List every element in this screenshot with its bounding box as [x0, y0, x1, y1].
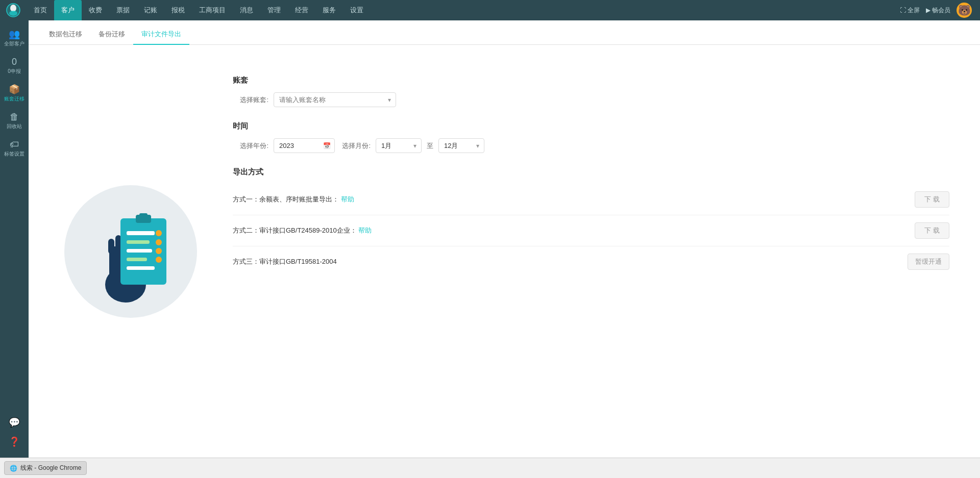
- export-method-3: 方式三：审计接口GB/T19581-2004 暂缓开通: [233, 246, 949, 277]
- message-bottom-icon: 💬: [9, 418, 20, 427]
- top-nav-right: ⛶ 全屏 ▶ 畅会员 🐻: [900, 3, 980, 18]
- sidebar-item-tag-settings[interactable]: 🏷 标签设置: [0, 135, 29, 162]
- nav-settings[interactable]: 设置: [343, 0, 371, 20]
- method2-help-link[interactable]: 帮助: [358, 227, 372, 234]
- svg-rect-16: [127, 258, 147, 261]
- method2-label: 方式二：审计接口GB/T24589-2010企业： 帮助: [233, 226, 915, 235]
- svg-point-19: [156, 239, 162, 245]
- year-label: 选择年份:: [233, 141, 268, 150]
- month-end-select[interactable]: 1月 2月 3月 4月 5月 6月 7月 8月 9月 10月 11月: [438, 138, 484, 153]
- nav-business[interactable]: 工商项目: [192, 0, 233, 20]
- account-migrate-icon: 📦: [9, 85, 20, 94]
- nav-home[interactable]: 首页: [27, 0, 54, 20]
- svg-point-2: [9, 11, 17, 16]
- method1-download-button[interactable]: 下 载: [915, 191, 949, 208]
- left-sidebar: 👥 全部客户 0 0申报 📦 账套迁移 🗑 回收站 🏷 标签设置 💬 ❓: [0, 20, 29, 458]
- svg-point-20: [156, 248, 162, 254]
- all-clients-icon: 👥: [9, 30, 20, 39]
- svg-point-21: [156, 257, 162, 263]
- fullscreen-button[interactable]: ⛶ 全屏: [900, 6, 920, 15]
- time-section-title: 时间: [233, 121, 949, 131]
- time-row: 选择年份: 📅 选择月份: 1月 2月 3月 4月: [233, 138, 949, 153]
- account-section-title: 账套: [233, 76, 949, 85]
- chrome-icon: 🌐: [10, 465, 17, 472]
- content-area: 数据包迁移 备份迁移 审计文件导出: [29, 20, 980, 458]
- svg-rect-13: [127, 231, 155, 235]
- method3-coming-soon-button: 暂缓开通: [908, 254, 949, 270]
- nav-tax[interactable]: 报税: [164, 0, 192, 20]
- nav-management[interactable]: 管理: [260, 0, 288, 20]
- nav-message[interactable]: 消息: [233, 0, 260, 20]
- method2-download-button[interactable]: 下 载: [915, 222, 949, 239]
- svg-rect-14: [127, 240, 150, 244]
- month-start-select[interactable]: 1月 2月 3月 4月 5月 6月 7月 8月 9月 10月 11月: [376, 138, 422, 153]
- month-label: 选择月份:: [340, 141, 371, 150]
- method1-help-link[interactable]: 帮助: [341, 195, 354, 203]
- sidebar-item-all-clients[interactable]: 👥 全部客户: [0, 24, 29, 52]
- nav-invoice[interactable]: 票据: [109, 0, 137, 20]
- sidebar-item-zero-declare[interactable]: 0 0申报: [0, 52, 29, 80]
- tab-data-migrate[interactable]: 数据包迁移: [41, 30, 90, 45]
- account-select-label: 选择账套:: [233, 95, 268, 105]
- tab-audit-export[interactable]: 审计文件导出: [133, 30, 189, 45]
- account-select-row: 选择账套: ▾: [233, 92, 949, 107]
- top-nav: 首页 客户 收费 票据 记账 报税 工商项目 消息 管理 经营 服务 设置 ⛶ …: [0, 0, 980, 20]
- app-logo: [4, 1, 22, 19]
- nav-clients[interactable]: 客户: [54, 0, 82, 20]
- month-end-wrapper: 1月 2月 3月 4月 5月 6月 7月 8月 9月 10月 11月: [438, 138, 484, 153]
- time-section: 时间 选择年份: 📅 选择月份: 1月 2月 3月: [233, 121, 949, 153]
- account-section: 账套 选择账套: ▾: [233, 76, 949, 107]
- illustration-circle: [64, 185, 197, 318]
- top-nav-items: 首页 客户 收费 票据 记账 报税 工商项目 消息 管理 经营 服务 设置: [27, 0, 900, 20]
- fullscreen-icon: ⛶: [900, 7, 906, 14]
- taskbar-chrome-item[interactable]: 🌐 线索 - Google Chrome: [4, 461, 87, 475]
- sub-tabs: 数据包迁移 备份迁移 审计文件导出: [29, 20, 980, 45]
- svg-rect-15: [127, 249, 152, 253]
- export-section-title: 导出方式: [233, 167, 949, 177]
- month-start-wrapper: 1月 2月 3月 4月 5月 6月 7月 8月 9月 10月 11月: [376, 138, 422, 153]
- export-section: 导出方式 方式一：余额表、序时账批量导出： 帮助 下 载 方式二：审计接口GB/…: [233, 167, 949, 277]
- zero-declare-icon: 0: [12, 57, 17, 66]
- account-select-input[interactable]: [274, 92, 396, 107]
- year-input-wrapper: 📅: [274, 138, 335, 153]
- svg-point-18: [156, 230, 162, 236]
- sidebar-item-account-migrate[interactable]: 📦 账套迁移: [0, 80, 29, 107]
- sidebar-item-message[interactable]: 💬: [0, 413, 29, 432]
- svg-rect-6: [108, 239, 114, 254]
- tag-settings-icon: 🏷: [10, 140, 19, 149]
- sidebar-item-help[interactable]: ❓: [0, 432, 29, 451]
- export-method-1: 方式一：余额表、序时账批量导出： 帮助 下 载: [233, 184, 949, 215]
- help-bottom-icon: ❓: [9, 437, 20, 446]
- user-avatar[interactable]: 🐻: [957, 3, 972, 18]
- account-select-wrapper: [274, 92, 396, 107]
- tab-backup-migrate[interactable]: 备份迁移: [90, 30, 133, 45]
- nav-services[interactable]: 服务: [315, 0, 343, 20]
- video-icon: ▶: [926, 7, 930, 14]
- svg-point-1: [10, 5, 16, 12]
- page-content: 账套 选择账套: ▾ 时间 选择年份:: [29, 45, 980, 458]
- sidebar-bottom: 💬 ❓: [0, 413, 29, 458]
- method1-label: 方式一：余额表、序时账批量导出： 帮助: [233, 195, 915, 204]
- to-label: 至: [427, 141, 433, 150]
- svg-rect-17: [127, 266, 155, 270]
- recycle-icon: 🗑: [10, 112, 19, 121]
- taskbar: 🌐 线索 - Google Chrome: [0, 458, 980, 478]
- nav-billing[interactable]: 收费: [82, 0, 109, 20]
- nav-operations[interactable]: 经营: [288, 0, 315, 20]
- illustration-area: [59, 65, 202, 437]
- calendar-icon: 📅: [323, 142, 331, 149]
- nav-accounting[interactable]: 记账: [137, 0, 164, 20]
- method3-label: 方式三：审计接口GB/T19581-2004: [233, 257, 908, 266]
- main-layout: 👥 全部客户 0 0申报 📦 账套迁移 🗑 回收站 🏷 标签设置 💬 ❓: [0, 20, 980, 458]
- export-method-2: 方式二：审计接口GB/T24589-2010企业： 帮助 下 载: [233, 215, 949, 246]
- vip-button[interactable]: ▶ 畅会员: [926, 6, 950, 15]
- svg-rect-12: [139, 213, 148, 218]
- sidebar-item-recycle[interactable]: 🗑 回收站: [0, 107, 29, 135]
- form-area: 账套 选择账套: ▾ 时间 选择年份:: [233, 65, 949, 437]
